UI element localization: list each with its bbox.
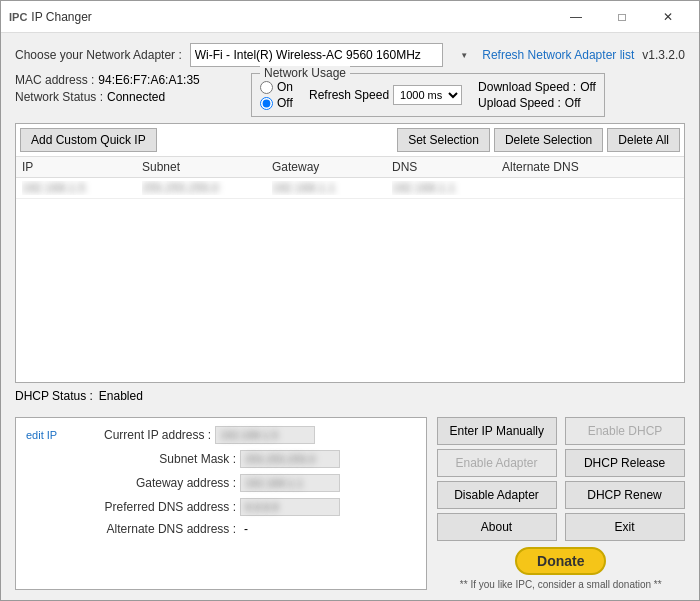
action-row-4: About Exit (437, 513, 686, 541)
speed-group: Refresh Speed 500 ms1000 ms2000 ms5000 m… (309, 85, 462, 105)
refresh-speed-select[interactable]: 500 ms1000 ms2000 ms5000 ms (393, 85, 462, 105)
adapter-label: Choose your Network Adapter : (15, 48, 182, 62)
cell-alt-dns (502, 181, 678, 195)
donate-note: ** If you like IPC, consider a small don… (460, 579, 662, 590)
table-row[interactable]: 192.168.1.5 255.255.255.0 192.168.1.1 19… (16, 178, 684, 199)
col-subnet: Subnet (142, 160, 272, 174)
ip-table-section: Add Custom Quick IP Set Selection Delete… (15, 123, 685, 383)
network-status-label: Network Status : (15, 90, 103, 104)
table-toolbar: Add Custom Quick IP Set Selection Delete… (16, 124, 684, 157)
title-bar: IPC IP Changer — □ ✕ (1, 1, 699, 33)
col-alt-dns: Alternate DNS (502, 160, 678, 174)
subnet-row: Subnet Mask : 255.255.255.0 (26, 450, 416, 468)
version-label: v1.3.2.0 (642, 48, 685, 62)
cell-dns: 192.168.1.1 (392, 181, 502, 195)
donate-button[interactable]: Donate (515, 547, 606, 575)
table-header: IP Subnet Gateway DNS Alternate DNS (16, 157, 684, 178)
upload-row: Upload Speed : Off (478, 96, 596, 110)
close-button[interactable]: ✕ (645, 1, 691, 33)
cell-ip: 192.168.1.5 (22, 181, 142, 195)
current-ip-row: edit IP Current IP address : 192.168.1.5 (26, 426, 416, 444)
action-row-2: Enable Adapter DHCP Release (437, 449, 686, 477)
upload-value: Off (565, 96, 581, 110)
col-dns: DNS (392, 160, 502, 174)
radio-on-label: On (277, 80, 293, 94)
gateway-row: Gateway address : 192.168.1.1 (26, 474, 416, 492)
dhcp-renew-button[interactable]: DHCP Renew (565, 481, 685, 509)
disable-adapter-button[interactable]: Disable Adapter (437, 481, 557, 509)
subnet-label: Subnet Mask : (86, 452, 236, 466)
alt-dns-value: - (244, 522, 248, 536)
radio-off-label: Off (277, 96, 293, 110)
alt-dns-row: Alternate DNS address : - (26, 522, 416, 536)
title-bar-text: IP Changer (31, 10, 553, 24)
download-value: Off (580, 80, 596, 94)
dhcp-release-button[interactable]: DHCP Release (565, 449, 685, 477)
ip-info-panel: edit IP Current IP address : 192.168.1.5… (15, 417, 427, 590)
delete-selection-button[interactable]: Delete Selection (494, 128, 603, 152)
window-controls: — □ ✕ (553, 1, 691, 33)
col-ip: IP (22, 160, 142, 174)
adapter-select-wrap: Wi-Fi - Intel(R) Wireless-AC 9560 160MHz (190, 43, 474, 67)
bottom-section: edit IP Current IP address : 192.168.1.5… (15, 417, 685, 590)
mac-row: MAC address : 94:E6:F7:A6:A1:35 (15, 73, 235, 87)
upload-label: Upload Speed : (478, 96, 561, 110)
network-usage-inner: On Off Refresh Speed 500 ms1000 ms2000 m… (260, 80, 596, 110)
app-icon: IPC (9, 11, 27, 23)
minimize-button[interactable]: — (553, 1, 599, 33)
table-body: 192.168.1.5 255.255.255.0 192.168.1.1 19… (16, 178, 684, 382)
refresh-speed-row: Refresh Speed 500 ms1000 ms2000 ms5000 m… (309, 85, 462, 105)
donate-section: Donate ** If you like IPC, consider a sm… (437, 547, 686, 590)
mac-info: MAC address : 94:E6:F7:A6:A1:35 Network … (15, 73, 235, 104)
dns-label: Preferred DNS address : (86, 500, 236, 514)
subnet-value: 255.255.255.0 (240, 450, 340, 468)
cell-gateway: 192.168.1.1 (272, 181, 392, 195)
adapter-select[interactable]: Wi-Fi - Intel(R) Wireless-AC 9560 160MHz (190, 43, 443, 67)
radio-off-row: Off (260, 96, 293, 110)
action-row-1: Enter IP Manually Enable DHCP (437, 417, 686, 445)
maximize-button[interactable]: □ (599, 1, 645, 33)
download-row: Download Speed : Off (478, 80, 596, 94)
action-panel: Enter IP Manually Enable DHCP Enable Ada… (437, 417, 686, 590)
refresh-speed-label: Refresh Speed (309, 88, 389, 102)
add-custom-ip-button[interactable]: Add Custom Quick IP (20, 128, 157, 152)
dhcp-status-value: Enabled (99, 389, 143, 403)
dhcp-status-label: DHCP Status : (15, 389, 93, 403)
exit-button[interactable]: Exit (565, 513, 685, 541)
alt-dns-label: Alternate DNS address : (86, 522, 236, 536)
radio-on[interactable] (260, 81, 273, 94)
network-status-value: Connected (107, 90, 165, 104)
adapter-section: Choose your Network Adapter : Wi-Fi - In… (15, 43, 685, 67)
dl-ul-group: Download Speed : Off Upload Speed : Off (478, 80, 596, 110)
main-content: Choose your Network Adapter : Wi-Fi - In… (1, 33, 699, 600)
action-row-3: Disable Adapter DHCP Renew (437, 481, 686, 509)
enable-adapter-button[interactable]: Enable Adapter (437, 449, 557, 477)
radio-group: On Off (260, 80, 293, 110)
about-button[interactable]: About (437, 513, 557, 541)
current-ip-label: Current IP address : (61, 428, 211, 442)
mac-value: 94:E6:F7:A6:A1:35 (98, 73, 199, 87)
info-row: MAC address : 94:E6:F7:A6:A1:35 Network … (15, 73, 685, 117)
download-label: Download Speed : (478, 80, 576, 94)
mac-label: MAC address : (15, 73, 94, 87)
gateway-label: Gateway address : (86, 476, 236, 490)
enter-ip-manually-button[interactable]: Enter IP Manually (437, 417, 558, 445)
refresh-adapter-link[interactable]: Refresh Network Adapter list (482, 48, 634, 62)
gateway-value: 192.168.1.1 (240, 474, 340, 492)
dhcp-status-row: DHCP Status : Enabled (15, 389, 685, 403)
current-ip-value: 192.168.1.5 (215, 426, 315, 444)
dns-row: Preferred DNS address : 8.8.8.8 (26, 498, 416, 516)
radio-on-row: On (260, 80, 293, 94)
network-usage-legend: Network Usage (260, 66, 350, 80)
main-window: IPC IP Changer — □ ✕ Choose your Network… (0, 0, 700, 601)
enable-dhcp-button[interactable]: Enable DHCP (565, 417, 685, 445)
network-status-row: Network Status : Connected (15, 90, 235, 104)
col-gateway: Gateway (272, 160, 392, 174)
edit-ip-link[interactable]: edit IP (26, 429, 57, 441)
radio-off[interactable] (260, 97, 273, 110)
cell-subnet: 255.255.255.0 (142, 181, 272, 195)
set-selection-button[interactable]: Set Selection (397, 128, 490, 152)
delete-all-button[interactable]: Delete All (607, 128, 680, 152)
network-usage-box: Network Usage On Off (251, 73, 605, 117)
dns-value: 8.8.8.8 (240, 498, 340, 516)
